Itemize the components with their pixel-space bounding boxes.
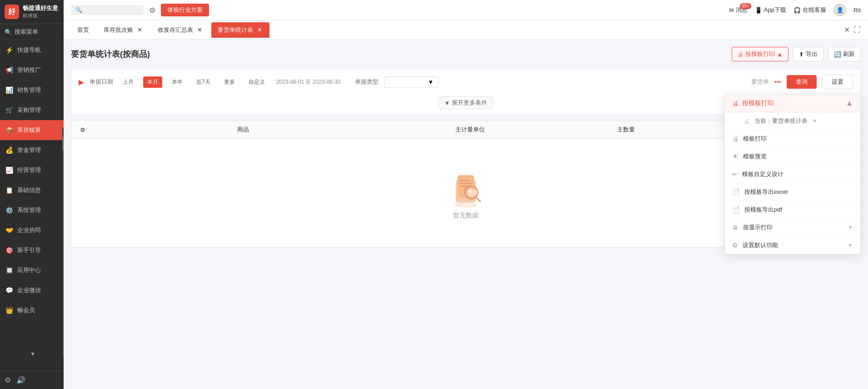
dropdown-header[interactable]: 🖨 按模板打印 ▲	[725, 95, 860, 112]
sidebar-item-label: 畅会员	[17, 306, 35, 314]
date-label: 单据日期	[90, 78, 113, 86]
tab-home-label: 首页	[77, 26, 89, 34]
sidebar-item-label: 系统管理	[17, 206, 41, 214]
sidebar-item-app-center[interactable]: 🔲 应用中心	[0, 260, 64, 280]
user-avatar[interactable]: 👤	[833, 4, 846, 16]
sidebar-search[interactable]: 🔍 搜索菜单	[0, 24, 64, 40]
sidebar-item-purchase[interactable]: 🛒 采购管理	[0, 100, 64, 120]
messages-badge: 99+	[740, 3, 751, 9]
sidebar-item-label: 企业协同	[17, 226, 41, 234]
template-print-item[interactable]: 🖨 模板打印	[725, 130, 860, 148]
sidebar-item-operation[interactable]: 📈 经营管理	[0, 160, 64, 180]
sidebar-item-finance[interactable]: 💰 资金管理	[0, 140, 64, 160]
sidebar-item-basic[interactable]: 📋 基础信息	[0, 180, 64, 200]
sidebar-item-label: 库存核算	[17, 126, 41, 134]
sidebar-scroll-down[interactable]: ▼	[30, 351, 35, 357]
online-service-btn[interactable]: 🎧 在线客服	[793, 6, 826, 14]
sidebar-item-cooperation[interactable]: 🤝 企业协同	[0, 220, 64, 240]
tab-receivable-summary-close[interactable]: ✕	[196, 26, 203, 34]
sidebar-item-inventory[interactable]: 📦 库存核算	[0, 120, 64, 140]
tab-expand-icon[interactable]: ⛶	[853, 26, 861, 34]
tab-demand-summary[interactable]: 要货单统计表 ✕	[211, 22, 269, 38]
sidebar-item-marketing[interactable]: 📢 营销推广	[0, 60, 64, 80]
template-preview-label: 模板预览	[743, 152, 853, 161]
sidebar-item-newbie[interactable]: 🎯 新手引导	[0, 240, 64, 260]
page-content: 要货单统计表(按商品) 🖨 按模板打印 ▲ ⬆ 导出 🔄 刷新	[64, 40, 868, 389]
search-icon: 🔍	[5, 29, 12, 35]
sidebar-item-sales[interactable]: 📊 销售管理	[0, 80, 64, 100]
th-settings[interactable]: ⚙	[71, 126, 94, 133]
dropdown-header-right: ▲	[846, 99, 853, 107]
demand-goods-label: 要货单	[751, 78, 769, 86]
tab-demand-summary-close[interactable]: ✕	[256, 26, 263, 34]
default-func-icon: ⚙	[732, 242, 738, 249]
basic-icon: 📋	[5, 186, 14, 195]
page-header: 要货单统计表(按商品) 🖨 按模板打印 ▲ ⬆ 导出 🔄 刷新	[71, 47, 861, 61]
current-template-label: 当前：要货单统计表	[754, 117, 808, 125]
current-template-item[interactable]: 🖨 当前：要货单统计表 ▼	[725, 112, 860, 130]
print-template-btn[interactable]: 🖨 按模板打印 ▲	[732, 47, 788, 61]
settings-footer-icon[interactable]: ⚙	[5, 376, 11, 384]
template-export-pdf-label: 按模板导出pdf	[744, 206, 853, 214]
refresh-label: 刷新	[843, 50, 855, 58]
sidebar-item-vip[interactable]: 👑 畅会员	[0, 300, 64, 320]
topbar-search-icon: 🔍	[75, 7, 82, 13]
settings-button[interactable]: 设置	[822, 75, 853, 89]
sidebar-item-label: 资金管理	[17, 146, 41, 154]
template-export-excel-item[interactable]: 📄 按模板导出excel	[725, 183, 860, 201]
tab-inventory-batch[interactable]: 库存批次账 ✕	[97, 22, 150, 38]
sound-footer-icon[interactable]: 🔊	[16, 376, 25, 384]
template-design-icon: ✏	[732, 171, 738, 178]
tab-inventory-batch-label: 库存批次账	[104, 26, 133, 34]
tab-receivable-summary[interactable]: 收发存汇总表 ✕	[151, 22, 210, 38]
sales-icon: 📊	[5, 86, 14, 95]
main-content: 🔍 ⚙ 体验行业方案 ✉ 消息 99+ 📱 App下载 🎧 在线客服 👤 Rit	[64, 0, 868, 389]
export-btn[interactable]: ⬆ 导出	[793, 47, 823, 61]
template-preview-item[interactable]: 👁 模板预览	[725, 148, 860, 166]
date-btn-this-month[interactable]: 本月	[143, 76, 162, 88]
tab-inventory-batch-close[interactable]: ✕	[136, 26, 143, 34]
display-print-item[interactable]: 🖥 按显示打印 ▼	[725, 219, 860, 237]
template-design-item[interactable]: ✏ 模板自定义设计	[725, 166, 860, 183]
query-button[interactable]: 查询	[787, 75, 817, 89]
empty-text: 暂无数据	[453, 212, 479, 220]
svg-point-7	[467, 188, 475, 197]
vip-icon: 👑	[5, 306, 14, 315]
refresh-btn[interactable]: 🔄 刷新	[828, 47, 861, 61]
date-range-text: 2023-06-01 至 2023-06-30	[276, 78, 340, 86]
dropdown-title: 按模板打印	[742, 99, 774, 107]
topbar-search[interactable]: 🔍	[71, 5, 144, 15]
app-download-btn[interactable]: 📱 App下载	[755, 6, 786, 14]
printer-small-icon: 🖨	[744, 118, 750, 125]
date-btn-more[interactable]: 更多	[220, 76, 239, 88]
search-menu-label: 搜索菜单	[15, 28, 38, 36]
sidebar-item-enterprise-wechat[interactable]: 💬 企业微信	[0, 280, 64, 300]
date-btn-custom[interactable]: 自定义	[244, 76, 269, 88]
cooperation-icon: 🤝	[5, 226, 14, 235]
print-icon: 🖨	[738, 51, 743, 58]
default-func-item[interactable]: ⚙ 设置默认功能 ▼	[725, 237, 860, 254]
tab-close-icon[interactable]: ✕	[844, 25, 850, 34]
dropdown-header-left: 🖨 按模板打印	[732, 99, 774, 107]
messages-btn[interactable]: ✉ 消息 99+	[729, 6, 748, 14]
username-label[interactable]: Rit	[853, 7, 861, 14]
page-actions: 🖨 按模板打印 ▲ ⬆ 导出 🔄 刷新	[732, 47, 861, 61]
date-btn-last-month[interactable]: 上月	[119, 76, 138, 88]
trial-button[interactable]: 体验行业方案	[161, 4, 209, 16]
tab-demand-summary-label: 要货单统计表	[218, 26, 253, 34]
filter-row: ▶ 单据日期 上月 本月 本年 近7天 更多 自定义 2023-06-01 至 …	[79, 75, 853, 89]
filter-expand-arrow[interactable]: ▶	[79, 78, 84, 86]
template-export-pdf-item[interactable]: 📄 按模板导出pdf	[725, 201, 860, 219]
sidebar-item-quick-nav[interactable]: ⚡ 快捷导航	[0, 40, 64, 60]
topbar-gear-icon[interactable]: ⚙	[149, 6, 155, 15]
sidebar-scroll-up[interactable]: ▲	[30, 4, 35, 10]
current-template-arrow: ▼	[812, 118, 818, 124]
template-excel-icon: 📄	[732, 188, 740, 196]
order-type-select[interactable]: ▼	[384, 76, 439, 88]
svg-point-0	[454, 202, 477, 207]
sidebar-item-system[interactable]: ⚙️ 系统管理	[0, 200, 64, 220]
date-btn-7days[interactable]: 近7天	[192, 76, 215, 88]
date-btn-this-year[interactable]: 本年	[168, 76, 187, 88]
expand-more-btn[interactable]: ▼ 展开更多条件	[439, 96, 494, 109]
tab-home[interactable]: 首页	[71, 22, 95, 38]
